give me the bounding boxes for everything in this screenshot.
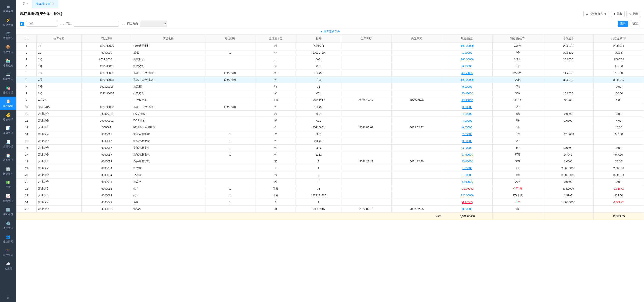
cell-no: 13 — [16, 124, 37, 131]
cell-qty-main[interactable]: 122.00000 — [442, 192, 492, 199]
filter-expand-arrow[interactable]: ▶ — [20, 22, 24, 26]
cell-unit: 件 — [256, 70, 296, 77]
table-row: 16 营业综合 0000017 测试电整批次 1 件 0003 3.00000 … — [16, 144, 644, 151]
sidebar-item-collab[interactable]: 👥 企业协同 — [0, 232, 16, 246]
cell-qty-main[interactable]: 0.00000 — [442, 124, 492, 131]
cell-qty-main[interactable]: 10.00000 — [442, 97, 492, 104]
settings-button[interactable]: 设置 — [630, 21, 640, 27]
sidebar-item-finance[interactable]: 💰 资金管理 — [0, 110, 16, 124]
category-filter-select[interactable] — [140, 21, 167, 27]
export-button[interactable]: ⬆ 导出 — [611, 11, 624, 17]
cell-unit: 个 — [256, 199, 296, 206]
query-button[interactable]: 查询 — [618, 21, 628, 27]
sidebar-item-inventory[interactable]: 📋 库存核算 — [0, 96, 16, 110]
tab-home[interactable]: 首页 — [19, 0, 32, 8]
sidebar-item-purchase[interactable]: 🛍️ 采购管理 — [0, 83, 16, 97]
sidebar-item-basic-info[interactable]: ℹ️ 基础信息 — [0, 205, 16, 219]
warehouse-filter-input[interactable] — [26, 21, 58, 27]
cell-qty-main[interactable]: -1.00000 — [442, 199, 492, 206]
sidebar-item-quick-nav[interactable]: ⚡ 快捷导航 — [0, 16, 16, 29]
cell-cost — [543, 206, 593, 213]
cell-qty-pkg: 10千克 — [492, 97, 543, 104]
cell-qty-main[interactable]: 1.00000 — [442, 49, 492, 56]
cell-qty-main[interactable]: 3.00000 — [442, 144, 492, 151]
sidebar-item-cloud[interactable]: ☁️ 云应用 — [0, 259, 16, 273]
sidebar-item-salary[interactable]: 💵 工资 — [0, 178, 16, 191]
cell-unit: 件 — [256, 131, 296, 138]
cell-code: 0023-00005 — [82, 70, 132, 77]
cell-prod-date — [341, 111, 392, 117]
cell-amount — [593, 104, 644, 111]
cell-code: 0023-00008 — [82, 104, 132, 111]
cell-qty-main[interactable]: 100.00000 — [442, 77, 492, 83]
cell-spec — [205, 165, 255, 172]
cell-batch: 1 — [296, 165, 341, 172]
finance-icon: 💰 — [1, 112, 16, 117]
sidebar-item-newbie[interactable]: 🎓 新手引导 — [0, 246, 16, 259]
ecommerce-icon: 💻 — [1, 72, 16, 77]
sidebar-settings[interactable]: ⚙ — [0, 294, 16, 302]
cell-qty-main[interactable]: 10.00000 — [442, 179, 492, 185]
cell-no: 20 — [16, 172, 37, 179]
cell-spec: 1 — [205, 138, 255, 144]
page-content: 现存量查询(按仓库＋批次) 🖨 按模板打印 ▼ ⬆ 导出 👁 显示 ▶ — [16, 8, 644, 302]
cell-qty-main[interactable]: 1.00000 — [442, 165, 492, 172]
cell-no: 22 — [16, 185, 37, 192]
sidebar-item-sys-mgmt[interactable]: ⚙️ 系统管理 — [0, 219, 16, 232]
sidebar-item-invoice[interactable]: 🧾 发票管理 — [0, 137, 16, 151]
sidebar-item-micro-shop[interactable]: 🏪 小额电商 — [0, 56, 16, 70]
cell-qty-main[interactable]: 0.00000 — [442, 138, 492, 144]
cell-qty-main[interactable]: 49.60000 — [442, 70, 492, 77]
cell-no: 3 — [16, 56, 37, 63]
sidebar-item-search-menu[interactable]: ☰ 搜索菜单 — [0, 2, 16, 16]
cell-qty-main[interactable]: 100.00000 — [442, 56, 492, 63]
cell-spec: 1 — [205, 199, 255, 206]
sidebar-item-ecommerce[interactable]: 💻 电商管理 — [0, 70, 16, 83]
goods-filter-input[interactable] — [74, 21, 119, 27]
sidebar-item-tax[interactable]: 📑 税务管理 — [0, 151, 16, 165]
print-button[interactable]: 🖨 按模板打印 ▼ — [584, 11, 609, 17]
cell-qty-main[interactable]: 10.00000 — [442, 158, 492, 165]
cell-qty-main[interactable]: 0.00000 — [442, 206, 492, 213]
table-row: 9 A01-01 子件保质期 千克 20211217 2021-12-17 20… — [16, 97, 644, 104]
cell-qty-pkg: 4米 — [492, 117, 543, 124]
cell-qty-main[interactable]: 10.00000 — [442, 90, 492, 97]
tab-close-icon[interactable]: ✕ — [52, 2, 55, 6]
sidebar-item-ops[interactable]: 📈 经营管理 — [0, 191, 16, 205]
cell-qty-main[interactable]: 1.00000 — [442, 172, 492, 179]
cell-cost — [543, 104, 593, 111]
sidebar-item-general[interactable]: 📊 总账管理 — [0, 124, 16, 137]
cell-qty-pkg: 1个 — [492, 49, 543, 56]
table-row: 13 营业综合 000097 POS显示率保质期 个 20210901 2021… — [16, 124, 644, 131]
cell-amount: 3,505.15 — [593, 77, 644, 83]
cell-amount: -5,328.00 — [593, 185, 644, 192]
cell-qty-pkg: 0米 — [492, 63, 543, 70]
cell-qty-pkg: 0件 — [492, 138, 543, 144]
cell-qty-main[interactable]: 0.00000 — [442, 63, 492, 70]
cell-qty-main[interactable]: 100.00000 — [442, 43, 492, 49]
cell-batch: 1222222222 — [296, 192, 341, 199]
expand-conditions-bar[interactable]: ▼ 展开更多条件 — [16, 29, 644, 35]
cell-exp-date — [392, 165, 442, 172]
cell-cost: 333.0000 — [543, 185, 593, 192]
tab-inventory-batch[interactable]: 库存批次查 ✕ — [32, 0, 58, 8]
cell-warehouse: 11 — [37, 43, 82, 49]
cell-qty-main[interactable]: 87.00000 — [442, 151, 492, 158]
sidebar-item-wholesale[interactable]: 📦 批发管理 — [0, 42, 16, 56]
cell-prod-date — [341, 49, 392, 56]
cell-batch: 2021098 — [296, 43, 341, 49]
footer-label: 合计 — [16, 213, 442, 220]
cell-qty-main[interactable]: 0.00000 — [442, 83, 492, 90]
cell-unit: 个 — [256, 49, 296, 56]
sidebar-item-fixed-asset[interactable]: 🏢 固定资产 — [0, 164, 16, 178]
th-checkbox[interactable] — [16, 35, 37, 43]
select-all-checkbox[interactable] — [25, 37, 28, 40]
cell-qty-main[interactable]: -16.00000 — [442, 185, 492, 192]
cell-qty-main[interactable]: 4.00000 — [442, 117, 492, 124]
display-button[interactable]: 👁 显示 — [626, 11, 640, 17]
cell-qty-main[interactable]: 4.00000 — [442, 111, 492, 117]
cell-qty-main[interactable]: 2.00000 — [442, 131, 492, 138]
sidebar-item-retail[interactable]: 🛒 零售管理 — [0, 29, 16, 43]
cell-qty-main[interactable]: 0.00000 — [442, 104, 492, 111]
tax-icon: 📑 — [1, 153, 16, 158]
